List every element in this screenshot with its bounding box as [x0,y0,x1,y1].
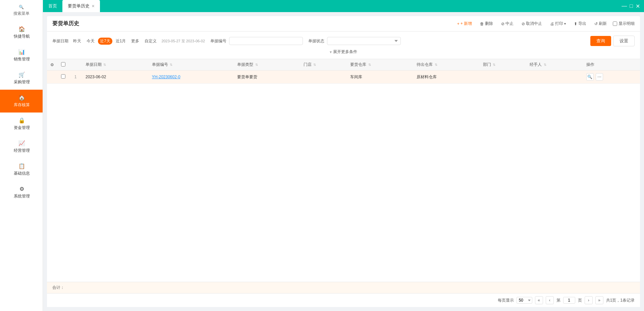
row-more-button[interactable]: ⋯ [596,73,603,81]
row-docno-cell[interactable]: YH-20230602-0 [149,71,234,84]
lock-icon: 🔒 [18,117,25,124]
date-btn-7days[interactable]: 近7天 [98,38,112,45]
sidebar-item-system[interactable]: ⚙ 系统管理 [0,181,43,204]
sidebar: 🔍 搜索菜单 🏠 快捷导航 📊 销售管理 🛒 采购管理 🏠 库存核算 🔒 资金管… [0,0,43,311]
plus-icon: + [457,21,460,26]
operations-icon: 📈 [18,140,25,146]
toolbar: + + 新增 🗑 删除 ⊘ 中止 ⊘ 取消中止 🖨 打印 [455,19,635,28]
row-docno-link[interactable]: YH-20230602-0 [152,75,180,79]
col-doc-no[interactable]: 单据编号 ⇅ [149,59,234,71]
row-doctype-cell: 要货单要货 [234,71,300,84]
col-settings[interactable]: ⚙ [47,59,58,71]
cancel-stop-icon: ⊘ [522,21,525,26]
first-page-button[interactable]: « [535,296,543,304]
col-doc-type[interactable]: 单据类型 ⇅ [234,59,300,71]
stop-button[interactable]: ⊘ 中止 [499,19,516,28]
page-header: 要货单历史 + + 新增 🗑 删除 ⊘ 中止 ⊘ 取消中止 [47,16,640,32]
print-chevron-icon: ▾ [564,22,566,26]
col-dept[interactable]: 部门 ⇅ [480,59,526,71]
expand-more-button[interactable]: ▾ 展开更多条件 [52,46,635,55]
col-pending-warehouse[interactable]: 待出仓库 ⇅ [413,59,480,71]
export-icon: ⬆ [574,21,577,26]
page-prefix: 第 [556,298,560,303]
cancel-stop-button[interactable]: ⊘ 取消中止 [520,19,544,28]
minimize-icon[interactable]: — [622,3,627,9]
sidebar-item-purchase[interactable]: 🛒 采购管理 [0,67,43,90]
warehouse-icon: 🏠 [18,94,25,101]
row-view-button[interactable]: 🔍 [586,73,594,81]
show-detail-checkbox[interactable] [613,21,617,26]
stop-icon: ⊘ [501,21,504,26]
next-page-button[interactable]: › [585,296,593,304]
per-page-label: 每页显示 [498,298,514,303]
export-label: 导出 [578,21,586,27]
row-handler-cell [526,71,583,84]
maximize-icon[interactable]: □ [630,3,633,9]
status-select[interactable] [327,37,401,45]
page-content: 要货单历史 + + 新增 🗑 删除 ⊘ 中止 ⊘ 取消中止 [43,12,644,311]
sidebar-item-inventory[interactable]: 🏠 库存核算 [0,90,43,113]
tab-requisition-history[interactable]: 要货单历史 ✕ [62,0,100,12]
sidebar-item-operations[interactable]: 📈 经营管理 [0,135,43,158]
row-action-buttons: 🔍 ⋯ [586,73,637,81]
sidebar-item-basic[interactable]: 📋 基础信息 [0,158,43,181]
refresh-icon: ↺ [594,21,598,26]
sidebar-label-finance: 资金管理 [14,125,30,131]
col-date[interactable]: 单据日期 ⇅ [82,59,149,71]
col-handler-label: 经手人 [530,62,542,67]
page-number-input[interactable] [563,297,575,304]
date-btn-1month[interactable]: 近1月 [114,38,128,45]
status-label: 单据状态 [308,38,324,44]
tab-home[interactable]: 首页 [43,0,62,12]
sidebar-item-finance[interactable]: 🔒 资金管理 [0,113,43,135]
date-filter-label: 单据日期 [52,38,68,44]
col-check [58,59,69,71]
col-req-warehouse[interactable]: 要货仓库 ⇅ [347,59,413,71]
action-buttons: 查询 设置 [590,36,635,46]
settings-button[interactable]: 设置 [613,36,635,46]
col-store[interactable]: 门店 ⇅ [300,59,347,71]
col-actions: 操作 [583,59,640,71]
per-page-select[interactable]: 10 20 50 100 [517,297,532,304]
show-detail-toggle[interactable]: 显示明细 [613,21,635,27]
sidebar-label-inventory: 库存核算 [14,102,30,108]
page-title: 要货单历史 [52,20,79,27]
print-button[interactable]: 🖨 打印 ▾ [548,19,568,28]
col-dept-label: 部门 [483,62,491,67]
doc-number-input[interactable] [229,37,303,45]
col-reqwh-label: 要货仓库 [350,62,366,67]
select-all-checkbox[interactable] [61,62,65,66]
print-label: 打印 [555,21,563,27]
tab-close-icon[interactable]: ✕ [92,4,95,8]
table-wrapper: ⚙ 单据日期 ⇅ 单据编号 ⇅ [47,59,640,282]
pagination: 每页显示 10 20 50 100 « ‹ 第 页 › » 共1页，1条记录 [47,293,640,307]
query-button[interactable]: 查询 [590,36,611,46]
date-btn-today[interactable]: 今天 [85,38,97,45]
date-btn-yesterday[interactable]: 昨天 [71,38,83,45]
sidebar-label-purchase: 采购管理 [14,79,30,85]
last-page-button[interactable]: » [595,296,603,304]
prev-page-button[interactable]: ‹ [546,296,554,304]
date-filter: 单据日期 昨天 今天 近7天 近1月 更多 自定义 2023-05-27 至 2… [52,38,205,45]
close-window-icon[interactable]: ✕ [636,3,640,9]
sort-date-icon: ⇅ [103,63,106,66]
row-actions-cell: 🔍 ⋯ [583,71,640,84]
search-icon: 🔍 [19,5,24,9]
new-button[interactable]: + + 新增 [455,19,474,28]
date-btn-custom[interactable]: 自定义 [143,38,159,45]
row-date-cell: 2023-06-02 [82,71,149,84]
export-button[interactable]: ⬆ 导出 [572,19,588,28]
date-btn-more[interactable]: 更多 [129,38,141,45]
sidebar-search[interactable]: 🔍 搜索菜单 [0,0,43,21]
sort-reqwh-icon: ⇅ [368,63,371,66]
expand-more-label: 展开更多条件 [333,49,357,55]
delete-button[interactable]: 🗑 删除 [478,19,495,28]
refresh-button[interactable]: ↺ 刷新 [592,19,609,28]
sidebar-item-sales[interactable]: 📊 销售管理 [0,44,43,67]
row-checkbox[interactable] [61,74,65,79]
sort-docno-icon: ⇅ [170,63,172,66]
summary-row: 合计： [47,282,640,293]
col-handler[interactable]: 经手人 ⇅ [526,59,583,71]
sidebar-item-quick-nav[interactable]: 🏠 快捷导航 [0,21,43,44]
cart-icon: 🛒 [18,72,25,78]
